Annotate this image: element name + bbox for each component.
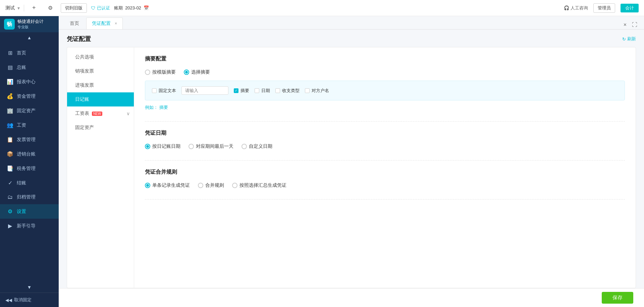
switch-version-button[interactable]: 切到旧版 [61,3,87,13]
page-title: 凭证配置 [67,35,91,43]
checkbox-date-label: 日期 [261,88,270,94]
logo-icon: 畅 [4,19,15,30]
report-icon: 📊 [7,79,13,85]
unpin-button[interactable]: ◀◀ 取消固定 [5,297,32,303]
sidebar: 畅 畅捷通好会计 专业版 ▲ ⊞ 首页 ▤ 总账 📊 报表中心 💰 [0,16,59,307]
radio-custom-date[interactable]: 自定义日期 [241,143,272,149]
merge-section-title: 凭证合并规则 [145,169,625,176]
radio-period-last[interactable]: 对应期间最后一天 [189,143,233,149]
sidebar-item-report[interactable]: 📊 报表中心 [0,75,59,89]
dropdown-icon[interactable]: ▾ [17,5,20,11]
tab-bar-actions: × ⛶ [622,20,639,29]
sidebar-item-home[interactable]: ⊞ 首页 [0,46,59,60]
logo-text-area: 畅捷通好会计 专业版 [17,19,44,30]
radio-select-label: 选择摘要 [191,69,210,75]
menu-item-fixed-asset[interactable]: 固定资产 [67,121,134,135]
checkbox-date-box [255,88,259,93]
radio-single-record[interactable]: 单条记录生成凭证 [145,182,190,188]
date-radio-group: 按日记账日期 对应期间最后一天 自定义日期 [145,143,625,149]
tab-bar: 首页 凭证配置 × × ⛶ [59,16,644,30]
radio-summary-gen[interactable]: 按照选择汇总生成凭证 [232,182,286,188]
fixed-asset-icon: 🏢 [7,107,13,114]
sidebar-item-salary[interactable]: 👥 工资 [0,118,59,132]
sidebar-item-purchase-sale[interactable]: 📦 进销台账 [0,147,59,161]
sidebar-item-checkout[interactable]: ✓ 结账 [0,176,59,190]
close-all-button[interactable]: × [622,20,628,29]
sidebar-item-ledger[interactable]: ▤ 总账 [0,60,59,75]
tab-close-icon[interactable]: × [115,21,117,26]
radio-template-label: 按模版摘要 [152,69,176,75]
sidebar-item-guide[interactable]: ▶ 新手引导 [0,219,59,233]
checkbox-payment-type-label: 收支类型 [282,88,300,94]
page-header: 凭证配置 ↻ 刷新 [59,30,644,47]
menu-item-payroll[interactable]: 工资表 NEW ∨ [67,106,134,121]
checkbox-counterparty-label: 对方户名 [312,88,329,94]
checkbox-summary-box: ✓ [234,88,238,93]
menu-item-sales-invoice[interactable]: 销项发票 [67,64,134,78]
sidebar-item-tax[interactable]: 📑 税务管理 [0,161,59,176]
sidebar-label-tax: 税务管理 [17,166,36,172]
scroll-down-indicator: ▼ [0,282,59,293]
settings-nav-icon: ⚙ [7,208,13,215]
purchase-sale-icon: 📦 [7,151,13,157]
salary-icon: 👥 [7,122,13,128]
fixed-text-input[interactable] [181,86,228,95]
example-text: 例如： 摘要 [145,104,625,111]
radio-select-summary[interactable]: 选择摘要 [184,69,210,75]
date-section-title: 凭证日期 [145,130,625,137]
radio-single-record-circle [145,183,150,188]
pin-label: 取消固定 [14,297,32,303]
invoice-icon: 📋 [7,136,13,143]
calendar-icon[interactable]: 📅 [144,5,149,10]
checkbox-summary-label: 摘要 [240,88,249,94]
right-panel: 摘要配置 按模版摘要 选择摘要 [134,47,636,288]
save-button[interactable]: 保存 [602,292,633,304]
menu-item-journal[interactable]: 日记账 [67,92,134,106]
tab-voucher-config-label: 凭证配置 [92,20,111,26]
checkbox-summary[interactable]: ✓ 摘要 [234,88,249,94]
scroll-up-button[interactable]: ▲ [26,34,33,42]
role-button[interactable]: 会计 [621,4,639,12]
user-button[interactable]: 管理员 [593,3,615,13]
sidebar-logo: 畅 畅捷通好会计 专业版 [0,16,59,32]
checkbox-date[interactable]: 日期 [255,88,270,94]
radio-template-circle [145,70,150,75]
service-button[interactable]: 🎧 人工咨询 [564,5,588,11]
scroll-down-button[interactable]: ▼ [26,283,33,291]
sidebar-label-report: 报表中心 [17,79,36,85]
sidebar-label-settings: 设置 [17,209,26,215]
page-area: 凭证配置 ↻ 刷新 公共选项 销项发票 进项发票 日记账 工资表 NEW ∨ [59,30,644,307]
menu-item-public[interactable]: 公共选项 [67,50,134,64]
sidebar-item-invoice[interactable]: 📋 发票管理 [0,132,59,147]
left-menu: 公共选项 销项发票 进项发票 日记账 工资表 NEW ∨ 固定资产 [67,47,134,288]
shield-icon: 🛡 [91,5,96,11]
tab-voucher-config[interactable]: 凭证配置 × [86,17,123,29]
menu-item-purchase-invoice[interactable]: 进项发票 [67,78,134,92]
home-icon: ⊞ [7,50,13,56]
sidebar-item-archive[interactable]: 🗂 归档管理 [0,190,59,204]
radio-template-summary[interactable]: 按模版摘要 [145,69,176,75]
tab-home[interactable]: 首页 [64,17,85,29]
radio-merge-rules[interactable]: 合并规则 [198,182,224,188]
sidebar-label-guide: 新手引导 [17,223,36,229]
sidebar-label-invoice: 发票管理 [17,137,36,143]
sidebar-nav: ⊞ 首页 ▤ 总账 📊 报表中心 💰 资金管理 🏢 固定资产 👥 工资 [0,43,59,282]
checkbox-fixed-text[interactable]: 固定文本 [152,88,176,94]
radio-select-circle [184,70,189,75]
checkbox-payment-type[interactable]: 收支类型 [275,88,300,94]
main-content: 首页 凭证配置 × × ⛶ 凭证配置 ↻ 刷新 [59,16,644,307]
archive-icon: 🗂 [7,194,13,200]
radio-journal-date[interactable]: 按日记账日期 [145,143,180,149]
settings-button[interactable]: ⚙ [44,3,57,12]
fund-icon: 💰 [7,93,13,99]
sidebar-item-settings[interactable]: ⚙ 设置 [0,204,59,219]
checkbox-counterparty[interactable]: 对方户名 [305,88,329,94]
add-button[interactable]: + [28,3,40,13]
sidebar-item-fund[interactable]: 💰 资金管理 [0,89,59,103]
checkbox-fixed-text-label: 固定文本 [159,88,176,94]
summary-section-title: 摘要配置 [145,55,625,62]
sidebar-item-fixed-asset[interactable]: 🏢 固定资产 [0,103,59,118]
fullscreen-button[interactable]: ⛶ [631,20,639,29]
refresh-button[interactable]: ↻ 刷新 [622,36,636,42]
period-value: 2023-02 [125,5,141,10]
